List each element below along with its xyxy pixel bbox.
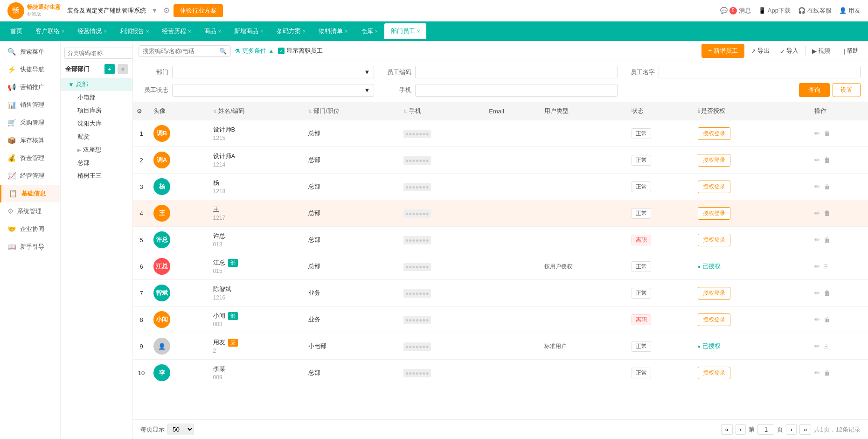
edit-icon-1[interactable]: ✏: [814, 130, 820, 137]
edit-icon-8[interactable]: ✏: [814, 316, 820, 323]
delete-icon-3[interactable]: 🗑: [824, 183, 830, 190]
tree-item-double[interactable]: ▶ 双座想: [74, 143, 132, 156]
first-page-button[interactable]: «: [721, 424, 733, 435]
sidebar-item-search[interactable]: 🔍 搜索菜单: [0, 43, 60, 61]
auth-btn-3[interactable]: 授权登录: [698, 181, 730, 193]
sidebar-item-inventory[interactable]: 📦 库存核算: [0, 132, 60, 149]
filter-phone-input[interactable]: [415, 84, 617, 97]
auth-btn-8[interactable]: 授权登录: [698, 314, 730, 326]
filter-status-select[interactable]: ▼: [172, 84, 374, 97]
tree-item-distribution[interactable]: 配货: [74, 130, 132, 143]
set-button[interactable]: 设置: [833, 83, 861, 97]
tree-item-shenyang[interactable]: 沈阳大库: [74, 117, 132, 130]
auth-btn-1[interactable]: 授权登录: [698, 127, 730, 140]
filter-name-input[interactable]: [659, 66, 861, 78]
sort-icon-dept[interactable]: ⇅: [308, 109, 312, 114]
dept-collapse-icon[interactable]: «: [118, 64, 128, 74]
search-input[interactable]: [143, 48, 217, 55]
tree-item-small-elec[interactable]: 小电部: [74, 91, 132, 104]
query-button[interactable]: 查询: [799, 83, 830, 97]
add-staff-button[interactable]: + 新增员工: [701, 44, 744, 58]
sidebar-item-system[interactable]: ⚙ 系统管理: [0, 202, 60, 220]
export-button[interactable]: ↗ 导出: [747, 44, 773, 57]
settings-icon[interactable]: ⚙: [163, 6, 170, 15]
col-settings[interactable]: ⚙: [133, 102, 150, 120]
edit-icon-3[interactable]: ✏: [814, 183, 820, 190]
copy-icon-6[interactable]: ⎘: [824, 263, 827, 270]
more-filter-btn[interactable]: ⚗ 更多条件 ▲: [235, 47, 274, 55]
collab-icon: 🤝: [7, 225, 16, 233]
edit-icon-9[interactable]: ✏: [814, 342, 820, 350]
tab-goods[interactable]: 商品 ×: [198, 23, 228, 39]
tab-new-goods[interactable]: 新增商品 ×: [228, 23, 270, 39]
row-actions-7: ✏ 🗑: [811, 280, 868, 307]
row-actions-4: ✏ 🗑: [811, 200, 868, 227]
delete-icon-10[interactable]: 🗑: [824, 369, 830, 376]
edit-icon-10[interactable]: ✏: [814, 369, 820, 376]
tree-item-hq[interactable]: 总部: [74, 156, 132, 169]
dept-search-input[interactable]: [64, 48, 133, 59]
tab-dept-staff[interactable]: 部门员工 ×: [384, 23, 426, 39]
tab-bom[interactable]: 物料清单 ×: [312, 23, 354, 39]
user-item[interactable]: 👤 用友: [839, 7, 861, 15]
auth-btn-4[interactable]: 授权登录: [698, 207, 730, 220]
delete-icon-4[interactable]: 🗑: [824, 209, 830, 217]
sidebar-item-finance[interactable]: 💰 资金管理: [0, 149, 60, 167]
last-page-button[interactable]: »: [799, 424, 811, 435]
sort-icon-name[interactable]: ⇅: [213, 109, 217, 114]
prev-page-button[interactable]: ‹: [736, 424, 746, 435]
auth-btn-5[interactable]: 授权登录: [698, 234, 730, 246]
sidebar-item-marketing[interactable]: 📢 营销推广: [0, 78, 60, 96]
sidebar-item-guide[interactable]: 📖 新手引导: [0, 238, 60, 256]
sidebar-item-sales[interactable]: 📊 销售管理: [0, 96, 60, 114]
filter-code-input[interactable]: [415, 66, 617, 78]
lightning-icon: ⚡: [7, 65, 16, 74]
sort-icon-phone[interactable]: ⇅: [403, 109, 407, 114]
filter-dept-select[interactable]: ▼: [172, 66, 374, 78]
edit-icon-4[interactable]: ✏: [814, 209, 820, 217]
delete-icon-5[interactable]: 🗑: [824, 236, 830, 244]
page-size-select[interactable]: 50 100: [167, 424, 194, 435]
import-button[interactable]: ↙ 导入: [776, 44, 802, 57]
tab-warehouse[interactable]: 仓库 ×: [354, 23, 384, 39]
message-item[interactable]: 💬 5 消息: [720, 7, 751, 15]
sidebar-item-quicknav[interactable]: ⚡ 快捷导航: [0, 61, 60, 78]
edit-icon-5[interactable]: ✏: [814, 236, 820, 244]
tree-item-zhishu[interactable]: 植树王三: [74, 169, 132, 182]
sidebar-item-collab[interactable]: 🤝 企业协同: [0, 220, 60, 238]
row-status-9: 正常: [628, 333, 694, 360]
copy-icon-9[interactable]: ⎘: [824, 342, 827, 350]
sidebar-item-management[interactable]: 📈 经营管理: [0, 167, 60, 185]
auth-btn-10[interactable]: 授权登录: [698, 367, 730, 379]
edit-icon-7[interactable]: ✏: [814, 289, 820, 297]
tab-customer[interactable]: 客户联络 ×: [29, 23, 71, 39]
auth-btn-7[interactable]: 授权登录: [698, 287, 730, 300]
app-download-item[interactable]: 📱 App下载: [758, 7, 791, 15]
tree-item-general[interactable]: ▼ 总部: [61, 78, 132, 91]
sidebar-item-purchase[interactable]: 🛒 采购管理: [0, 114, 60, 132]
sidebar-item-basic[interactable]: 📋 基础信息: [0, 185, 60, 202]
service-item[interactable]: 🎧 在线客服: [798, 7, 832, 15]
next-page-button[interactable]: ›: [786, 424, 796, 435]
edit-icon-2[interactable]: ✏: [814, 156, 820, 164]
edit-icon-6[interactable]: ✏: [814, 263, 820, 270]
tab-barcode[interactable]: 条码方案 ×: [270, 23, 312, 39]
help-button[interactable]: | 帮助: [840, 44, 862, 57]
tab-operation[interactable]: 经营情况 ×: [71, 23, 113, 39]
delete-icon-1[interactable]: 🗑: [824, 130, 830, 137]
tree-item-project-room[interactable]: 项目库房: [74, 104, 132, 117]
delete-icon-8[interactable]: 🗑: [824, 316, 830, 323]
dept-add-icon[interactable]: +: [104, 64, 115, 74]
tab-profit[interactable]: 利润报告 ×: [113, 23, 155, 39]
delete-icon-2[interactable]: 🗑: [824, 156, 830, 164]
auth-btn-2[interactable]: 授权登录: [698, 154, 730, 167]
delete-icon-7[interactable]: 🗑: [824, 289, 830, 297]
tab-home[interactable]: 首页: [4, 23, 29, 39]
page-number-input[interactable]: [757, 424, 774, 435]
logo-icon: 畅: [7, 2, 24, 19]
tab-history[interactable]: 经营历程 ×: [155, 23, 197, 39]
view-button[interactable]: ▶ 视频: [808, 44, 834, 57]
show-resign-checkbox[interactable]: ✓ 显示离职员工: [278, 47, 323, 55]
trial-button[interactable]: 体验行业方案: [174, 4, 223, 17]
search-icon[interactable]: 🔍: [219, 48, 227, 55]
